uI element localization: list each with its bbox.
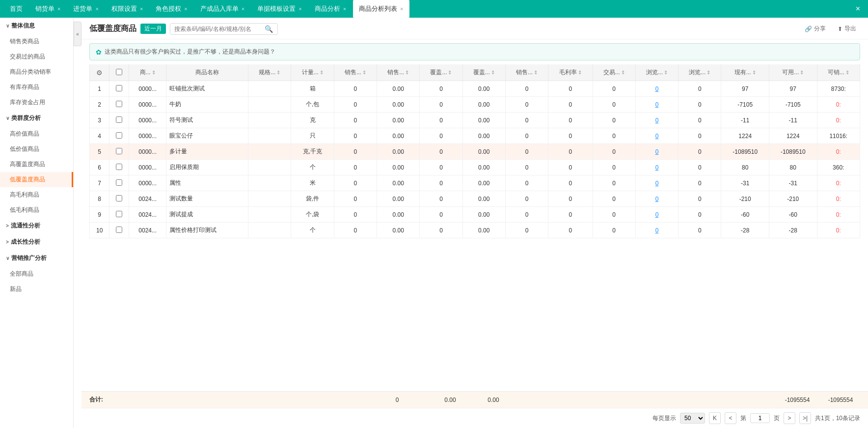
sidebar-item-high-margin[interactable]: 高毛利商品 (0, 187, 73, 202)
first-page-button[interactable]: K (709, 412, 721, 424)
sidebar-item-category-turnover[interactable]: 商品分类动销率 (0, 64, 73, 80)
sidebar-section-growth[interactable]: > 成长性分析 (0, 234, 73, 250)
nav-role-close[interactable]: × (184, 6, 187, 12)
share-button[interactable]: 🔗 分享 (801, 23, 830, 35)
search-icon[interactable]: 🔍 (265, 25, 273, 33)
row-checkbox[interactable] (109, 160, 129, 175)
row-checkbox[interactable] (109, 207, 129, 223)
settings-icon[interactable]: ⚙ (96, 69, 103, 77)
nav-analysis-list-close[interactable]: × (400, 6, 403, 12)
col-sales3-header[interactable]: 销售...⇕ (505, 64, 548, 81)
col-browse1-header[interactable]: 浏览...⇕ (635, 64, 678, 81)
row-browse1-link[interactable]: 0 (655, 117, 659, 124)
sidebar-item-in-stock[interactable]: 有库存商品 (0, 80, 73, 95)
sidebar-item-new-goods[interactable]: 新品 (0, 282, 73, 297)
sidebar-item-inventory-capital[interactable]: 库存资金占用 (0, 95, 73, 110)
row-sales2: 0.00 (377, 175, 420, 191)
search-input[interactable] (174, 26, 263, 32)
col-stock1-header[interactable]: 现有...⇕ (721, 64, 769, 81)
col-sales2-header[interactable]: 销售...⇕ (377, 64, 420, 81)
row-checkbox[interactable] (109, 81, 129, 97)
sidebar-item-all-goods[interactable]: 全部商品 (0, 266, 73, 282)
col-trade-header[interactable]: 交易...⇕ (593, 64, 635, 81)
row-browse1-link[interactable]: 0 (655, 148, 659, 155)
col-settings-header[interactable]: ⚙ (90, 64, 109, 81)
col-spec-header[interactable]: 规格...⇕ (248, 64, 291, 81)
page-size-select[interactable]: 50 100 200 (680, 413, 705, 424)
sidebar-item-low-margin[interactable]: 低毛利商品 (0, 202, 73, 218)
row-spec (248, 113, 291, 128)
row-checkbox[interactable] (109, 175, 129, 191)
sidebar-section-flow[interactable]: > 流通性分析 (0, 218, 73, 234)
nav-role[interactable]: 角色授权 × (150, 0, 193, 18)
next-page-button[interactable]: > (784, 412, 795, 424)
col-unit-header[interactable]: 计量...⇕ (291, 64, 334, 81)
row-browse1-link[interactable]: 0 (655, 227, 659, 234)
sidebar-item-low-value[interactable]: 低价值商品 (0, 142, 73, 157)
page-input[interactable] (750, 413, 770, 423)
tag-recent[interactable]: 近一月 (140, 24, 166, 34)
select-all-checkbox[interactable] (116, 69, 122, 75)
row-checkbox[interactable] (109, 144, 129, 160)
row-checkbox[interactable] (109, 191, 129, 207)
nav-template[interactable]: 单据模板设置 × (251, 0, 307, 18)
window-close-button[interactable]: × (852, 2, 864, 15)
row-checkbox[interactable] (109, 223, 129, 238)
nav-product-in[interactable]: 产成品入库单 × (194, 0, 250, 18)
nav-analysis[interactable]: 商品分析 × (309, 0, 352, 18)
sidebar-item-low-coverage[interactable]: 低覆盖度商品 (0, 172, 73, 187)
sidebar-section-marketing[interactable]: ∨ 营销推广分析 (0, 250, 73, 266)
col-sellable-header[interactable]: 可销...⇕ (817, 64, 860, 81)
row-browse1-link[interactable]: 0 (655, 86, 659, 92)
col-stock2-header[interactable]: 可用...⇕ (769, 64, 817, 81)
row-browse2: 0 (678, 175, 721, 191)
row-spec (248, 207, 291, 223)
row-checkbox[interactable] (109, 97, 129, 113)
share-label: 分享 (814, 25, 826, 33)
row-browse1-link[interactable]: 0 (655, 196, 659, 202)
col-margin-header[interactable]: 毛利率⇕ (548, 64, 593, 81)
export-button[interactable]: ⬆ 导出 (834, 23, 860, 35)
row-browse1-link[interactable]: 0 (655, 211, 659, 218)
nav-permission[interactable]: 权限设置 × (106, 0, 149, 18)
sidebar-item-sales-goods[interactable]: 销售类商品 (0, 34, 73, 49)
last-page-button[interactable]: >| (799, 412, 811, 424)
sort-unit-icon: ⇕ (320, 70, 324, 75)
sidebar-item-traded-goods[interactable]: 交易过的商品 (0, 49, 73, 64)
row-cover2: 0.00 (462, 144, 505, 160)
row-browse1-link[interactable]: 0 (655, 133, 659, 140)
row-sales1: 0 (334, 191, 377, 207)
sidebar-item-high-value[interactable]: 高价值商品 (0, 126, 73, 142)
col-checkbox-header[interactable] (109, 64, 129, 81)
nav-purchase[interactable]: 进货单 × (67, 0, 104, 18)
row-index: 6 (90, 160, 109, 175)
nav-template-close[interactable]: × (298, 6, 301, 12)
row-checkbox[interactable] (109, 113, 129, 128)
nav-purchase-close[interactable]: × (95, 6, 98, 12)
nav-product-in-close[interactable]: × (242, 6, 244, 12)
row-browse1-link[interactable]: 0 (655, 180, 659, 187)
row-stock1: -11 (721, 113, 769, 128)
sidebar-section-abc[interactable]: ∨ 类群度分析 (0, 110, 73, 126)
sidebar-collapse-button[interactable]: « (74, 22, 81, 46)
col-cover2-header[interactable]: 覆盖...⇕ (462, 64, 505, 81)
nav-analysis-list[interactable]: 商品分析列表 × (353, 0, 409, 18)
col-code-header[interactable]: 商...⇕ (129, 64, 166, 81)
sidebar-item-high-coverage[interactable]: 高覆盖度商品 (0, 157, 73, 172)
col-browse2-header[interactable]: 浏览...⇕ (678, 64, 721, 81)
nav-sales[interactable]: 销货单 × (29, 0, 66, 18)
nav-analysis-close[interactable]: × (343, 6, 346, 12)
nav-home[interactable]: 首页 (4, 0, 28, 18)
nav-permission-close[interactable]: × (140, 6, 143, 12)
prev-page-button[interactable]: < (725, 412, 736, 424)
col-cover1-header[interactable]: 覆盖...⇕ (420, 64, 462, 81)
col-name-header[interactable]: 商品名称 (166, 64, 248, 81)
row-browse1-link[interactable]: 0 (655, 101, 659, 108)
row-unit: 米 (291, 175, 334, 191)
col-sales1-header[interactable]: 销售...⇕ (334, 64, 377, 81)
row-checkbox[interactable] (109, 128, 129, 144)
row-browse1-link[interactable]: 0 (655, 164, 659, 171)
row-stock2: -7105 (769, 97, 817, 113)
nav-sales-close[interactable]: × (57, 6, 60, 12)
sidebar-section-overall[interactable]: ∨ 整体信息 (0, 18, 73, 34)
